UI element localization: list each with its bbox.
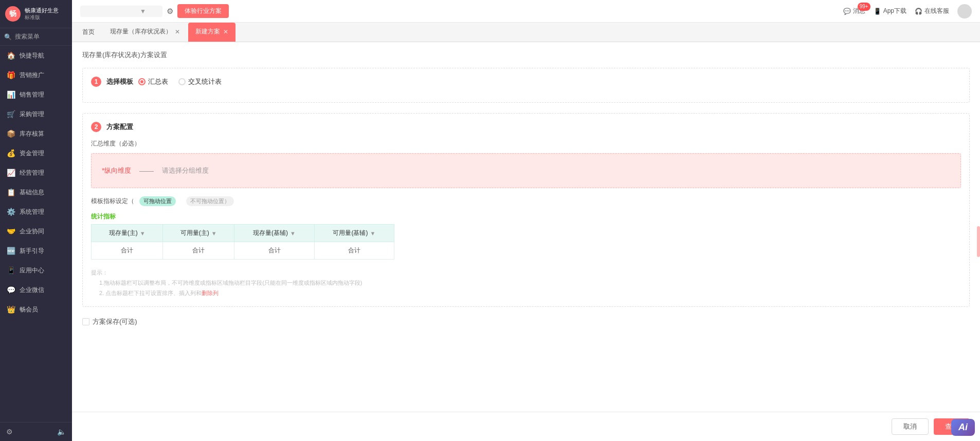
sidebar-item-corp-wechat[interactable]: 💬 企业微信 xyxy=(0,280,72,300)
user-avatar[interactable] xyxy=(957,4,972,19)
col-inventory-aux[interactable]: 现存量(基辅) ▼ xyxy=(234,225,314,242)
tab-new-scheme-label: 新建方案 xyxy=(195,27,220,36)
section2-title: 方案配置 xyxy=(106,122,133,132)
section1-num: 1 xyxy=(91,77,101,87)
col-available-aux-label: 可用量(基辅) xyxy=(333,229,368,237)
money-icon: 💰 xyxy=(6,149,15,158)
radio-cross[interactable]: 交叉统计表 xyxy=(178,77,222,86)
col-inventory-main[interactable]: 现存量(主) ▼ xyxy=(92,225,163,242)
sidebar: 畅 畅康通好生意 标准版 🔍 搜索菜单 🏠 快捷导航 🎁 营销推广 📊 销售管理… xyxy=(0,0,72,441)
topbar-gear-icon[interactable]: ⚙ xyxy=(167,7,173,16)
sidebar-item-label: 企业协同 xyxy=(20,227,44,236)
tab-inventory-status[interactable]: 现存量（库存状况表） ✕ xyxy=(103,23,187,42)
cell-inventory-main-total: 合计 xyxy=(92,242,163,260)
sidebar-item-label: 畅会员 xyxy=(20,305,38,314)
phone-icon: 📱 xyxy=(874,8,881,15)
sidebar-scroll: 🔍 搜索菜单 🏠 快捷导航 🎁 营销推广 📊 销售管理 🛒 采购管理 📦 库存核… xyxy=(0,28,72,422)
section1-header: 1 选择模板 汇总表 交叉统计表 xyxy=(91,77,961,87)
sidebar-item-label: 基础信息 xyxy=(20,188,44,197)
sidebar-item-vip-member[interactable]: 👑 畅会员 xyxy=(0,300,72,319)
sidebar-item-operations[interactable]: 📈 经营管理 xyxy=(0,163,72,182)
col-available-main-dropdown[interactable]: ▼ xyxy=(211,230,217,236)
cell-available-main-total: 合计 xyxy=(163,242,234,260)
stats-table: 现存量(主) ▼ 可用量(主) ▼ xyxy=(91,224,394,260)
sidebar-item-label: 资金管理 xyxy=(20,149,44,158)
gift-icon: 🎁 xyxy=(6,70,15,80)
radio-summary-label: 汇总表 xyxy=(148,77,168,86)
sidebar-item-inventory[interactable]: 📦 库存核算 xyxy=(0,124,72,143)
sidebar-item-new-guide[interactable]: 🆕 新手引导 xyxy=(0,241,72,261)
col-inventory-main-label: 现存量(主) xyxy=(109,229,138,237)
page-inner: 现存量(库存状况表)方案设置 1 选择模板 汇总表 交叉统计表 xyxy=(72,42,980,441)
save-checkbox-label: 方案保存(可选) xyxy=(93,317,137,326)
sidebar-item-quick-nav[interactable]: 🏠 快捷导航 xyxy=(0,46,72,65)
col-available-aux[interactable]: 可用量(基辅) ▼ xyxy=(314,225,394,242)
sidebar-item-label: 营销推广 xyxy=(20,71,44,80)
speaker-footer-icon[interactable]: 🔈 xyxy=(57,428,66,436)
sidebar-item-corp-agreement[interactable]: 🤝 企业协同 xyxy=(0,222,72,241)
tab-new-scheme-close-icon[interactable]: ✕ xyxy=(223,29,228,35)
radio-summary-circle xyxy=(138,78,146,85)
hint-delete-highlight: 删除列 xyxy=(202,290,219,296)
section-choose-template: 1 选择模板 汇总表 交叉统计表 xyxy=(82,68,970,103)
settings-footer-icon[interactable]: ⚙ xyxy=(6,428,13,436)
col-inventory-aux-label: 现存量(基辅) xyxy=(253,229,288,237)
chart-icon: 📊 xyxy=(6,90,15,99)
main-content: ▼ ⚙ 体验行业方案 💬 消息 99+ 📱 App下载 🎧 在线客服 首页 xyxy=(72,0,980,441)
cancel-button[interactable]: 取消 xyxy=(892,418,929,435)
trial-btn[interactable]: 体验行业方案 xyxy=(177,4,229,18)
online-service-item[interactable]: 🎧 在线客服 xyxy=(915,7,949,15)
tab-inventory-close-icon[interactable]: ✕ xyxy=(175,29,180,35)
home-icon: 🏠 xyxy=(6,51,15,60)
dropdown-icon: ▼ xyxy=(140,8,146,15)
save-checkbox[interactable] xyxy=(82,318,89,325)
topbar-search-area[interactable]: ▼ xyxy=(80,6,162,17)
dim-arrow: —— xyxy=(139,167,154,175)
handshake-icon: 🤝 xyxy=(6,227,15,236)
page-title: 现存量(库存状况表)方案设置 xyxy=(82,50,970,60)
search-input[interactable] xyxy=(85,8,137,15)
col-inventory-main-dropdown[interactable]: ▼ xyxy=(140,230,146,236)
sidebar-search[interactable]: 🔍 搜索菜单 xyxy=(0,28,72,46)
radio-cross-label: 交叉统计表 xyxy=(188,77,222,86)
sidebar-item-label: 销售管理 xyxy=(20,90,44,99)
tab-new-scheme[interactable]: 新建方案 ✕ xyxy=(188,23,235,42)
brand-icon: 畅 xyxy=(5,6,21,22)
new-icon: 🆕 xyxy=(6,246,15,255)
cart-icon: 🛒 xyxy=(6,109,15,119)
sidebar-item-label: 经营管理 xyxy=(20,169,44,177)
sidebar-item-system[interactable]: ⚙️ 系统管理 xyxy=(0,202,72,222)
cell-inventory-aux-total: 合计 xyxy=(234,242,314,260)
dim-placeholder: 请选择分组维度 xyxy=(162,166,209,175)
brand-name: 畅康通好生意 xyxy=(25,7,59,14)
sidebar-item-purchase[interactable]: 🛒 采购管理 xyxy=(0,104,72,124)
footer-buttons: 取消 查询 xyxy=(72,412,980,441)
scroll-indicator xyxy=(977,226,980,257)
message-badge: 99+ xyxy=(858,3,870,11)
col-available-main[interactable]: 可用量(主) ▼ xyxy=(163,225,234,242)
tab-home[interactable]: 首页 xyxy=(75,23,102,42)
operations-icon: 📈 xyxy=(6,168,15,177)
wechat-icon: 💬 xyxy=(6,285,15,295)
message-item[interactable]: 💬 消息 99+ xyxy=(843,7,865,15)
sidebar-brand: 畅 畅康通好生意 标准版 xyxy=(0,0,72,28)
sidebar-item-finance[interactable]: 💰 资金管理 xyxy=(0,143,72,163)
topbar: ▼ ⚙ 体验行业方案 💬 消息 99+ 📱 App下载 🎧 在线客服 xyxy=(72,0,980,23)
sidebar-item-basic-info[interactable]: 📋 基础信息 xyxy=(0,182,72,202)
col-inventory-aux-dropdown[interactable]: ▼ xyxy=(290,230,296,236)
tab-inventory-label: 现存量（库存状况表） xyxy=(110,27,172,36)
message-icon: 💬 xyxy=(843,8,851,15)
online-service-label: 在线客服 xyxy=(924,7,949,15)
sidebar-search-label: 搜索菜单 xyxy=(15,32,40,41)
ai-badge[interactable]: Ai xyxy=(951,419,975,436)
app-download-item[interactable]: 📱 App下载 xyxy=(874,7,906,15)
mobile-icon: 📱 xyxy=(6,266,15,275)
sidebar-item-marketing[interactable]: 🎁 营销推广 xyxy=(0,65,72,85)
sidebar-item-label: 系统管理 xyxy=(20,208,44,216)
sidebar-item-sales[interactable]: 📊 销售管理 xyxy=(0,85,72,104)
gear-nav-icon: ⚙️ xyxy=(6,207,15,216)
col-available-aux-dropdown[interactable]: ▼ xyxy=(370,230,375,236)
sidebar-item-app-center[interactable]: 📱 应用中心 xyxy=(0,261,72,280)
radio-summary[interactable]: 汇总表 xyxy=(138,77,168,86)
dim-area[interactable]: *纵向维度 —— 请选择分组维度 xyxy=(91,153,961,188)
